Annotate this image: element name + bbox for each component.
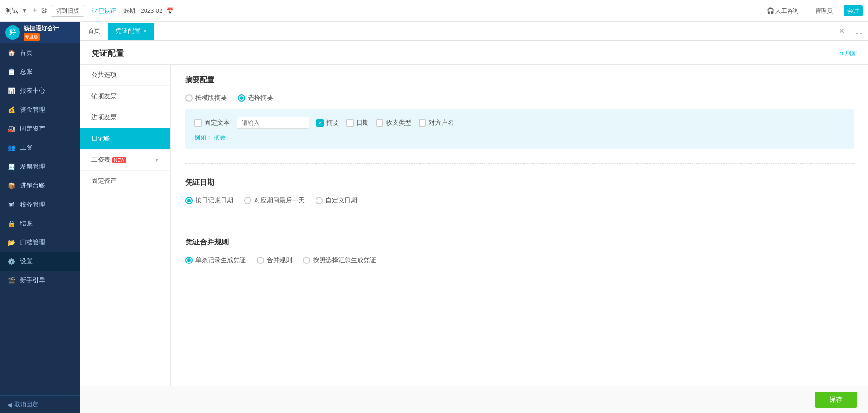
sidebar-item-guide[interactable]: 🎬 新手引导 [0, 271, 80, 290]
radio-select[interactable]: 选择摘要 [238, 94, 273, 102]
sidebar-item-purchase-sale[interactable]: 📦 进销台账 [0, 176, 80, 195]
close-period-icon: 🔒 [7, 220, 15, 228]
checkbox-fixed-text[interactable]: 固定文本 [194, 119, 230, 127]
voucher-date-section: 凭证日期 按日记账日期 对应期间最后一天 自定义日期 [185, 178, 854, 223]
ledger-icon: 📋 [7, 68, 15, 76]
topbar-add-icon[interactable]: + [33, 6, 38, 15]
content-area: 首页 凭证配置 × ✕ ⛶ 凭证配置 ↻ 刷新 公共选项 [80, 22, 868, 413]
home-icon: 🏠 [7, 49, 15, 57]
purchase-sale-icon: 📦 [7, 182, 15, 190]
radio-summary-generate[interactable]: 按照选择汇总生成凭证 [303, 256, 376, 264]
journal-date-circle [185, 197, 193, 204]
sidebar-item-reports[interactable]: 📊 报表中心 [0, 81, 80, 100]
checkbox-summary[interactable]: 摘要 [316, 119, 339, 127]
logo-badge: 专业版 [24, 33, 40, 41]
accountant-label[interactable]: 会计 [844, 5, 863, 16]
save-button[interactable]: 保存 [815, 392, 857, 408]
tab-home[interactable]: 首页 [80, 23, 108, 40]
sidebar-item-fixed-assets[interactable]: 🏭 固定资产 [0, 119, 80, 138]
summary-config-section: 摘要配置 按模版摘要 选择摘要 [185, 75, 854, 164]
radio-select-circle [238, 94, 245, 102]
consult-button[interactable]: 🎧 人工咨询 [767, 7, 799, 15]
reports-icon: 📊 [7, 87, 15, 95]
nav-item-purchase[interactable]: 进项发票 [80, 107, 170, 128]
sidebar-collapse-button[interactable]: ◀ 取消固定 [0, 395, 80, 413]
nav-item-public[interactable]: 公共选项 [80, 65, 170, 86]
example-text: 例如： 摘要 [194, 133, 844, 141]
invoice-icon: 🧾 [7, 163, 15, 171]
inner-layout: 公共选项 销项发票 进项发票 日记账 工资表 NEW ▼ 固定资产 [80, 65, 868, 386]
radio-template[interactable]: 按模版摘要 [185, 94, 227, 102]
summary-radio-group: 按模版摘要 选择摘要 [185, 94, 854, 102]
tabs-close-button[interactable]: ✕ [833, 23, 850, 39]
fixed-text-checkbox [194, 119, 202, 127]
radio-last-day[interactable]: 对应期间最后一天 [244, 197, 305, 205]
sidebar-item-funds[interactable]: 💰 资金管理 [0, 100, 80, 119]
sidebar-item-archive[interactable]: 📂 归档管理 [0, 233, 80, 252]
fixed-text-input[interactable] [237, 117, 309, 129]
period-value: 2023-02 [141, 7, 162, 14]
nav-arrow-icon: ▼ [154, 157, 160, 163]
voucher-date-title: 凭证日期 [185, 178, 854, 188]
shield-icon: 🛡 [91, 7, 97, 14]
refresh-button[interactable]: ↻ 刷新 [839, 49, 857, 57]
sidebar-item-ledger[interactable]: 📋 总账 [0, 62, 80, 81]
summary-generate-circle [303, 257, 310, 264]
nav-item-journal[interactable]: 日记账 [80, 128, 170, 150]
sidebar-item-settings[interactable]: ⚙️ 设置 [0, 252, 80, 271]
radio-journal-date[interactable]: 按日记账日期 [185, 197, 233, 205]
payment-type-checkbox [376, 119, 383, 127]
sidebar: 好 畅捷通好会计 专业版 🏠 首页 📋 总账 📊 报表中心 💰 资金管理 [0, 22, 80, 413]
topbar-settings-icon[interactable]: ⚙ [41, 6, 47, 15]
guide-icon: 🎬 [7, 277, 15, 285]
certified-badge: 🛡 已认证 [91, 7, 116, 15]
tab-close-icon[interactable]: × [143, 28, 146, 34]
radio-merge-rules[interactable]: 合并规则 [257, 256, 292, 264]
custom-date-circle [316, 197, 323, 204]
right-content: 摘要配置 按模版摘要 选择摘要 [171, 65, 868, 386]
summary-checkbox [316, 119, 324, 127]
radio-template-circle [185, 94, 193, 102]
period-label: 账期 [123, 7, 135, 15]
topbar-dropdown-icon[interactable]: ▼ [22, 8, 27, 14]
radio-custom-date[interactable]: 自定义日期 [316, 197, 357, 205]
checkbox-date[interactable]: 日期 [346, 119, 369, 127]
tabs-bar: 首页 凭证配置 × ✕ ⛶ [80, 22, 868, 41]
summary-options-row: 固定文本 摘要 日期 [194, 117, 844, 129]
radio-single-record[interactable]: 单条记录生成凭证 [185, 256, 246, 264]
new-badge: NEW [112, 157, 126, 163]
tab-voucher-config[interactable]: 凭证配置 × [108, 23, 154, 40]
tabs-expand-button[interactable]: ⛶ [850, 23, 868, 39]
page-title: 凭证配置 [91, 48, 124, 59]
sidebar-item-close[interactable]: 🔒 结账 [0, 214, 80, 233]
nav-item-sales[interactable]: 销项发票 [80, 86, 170, 107]
manager-label: 管理员 [815, 7, 833, 15]
sidebar-nav: 🏠 首页 📋 总账 📊 报表中心 💰 资金管理 🏭 固定资产 👥 工资 [0, 43, 80, 395]
settings-icon: ⚙️ [7, 258, 15, 266]
single-record-circle [185, 257, 193, 264]
refresh-icon: ↻ [839, 50, 844, 57]
checkbox-counterparty[interactable]: 对方户名 [419, 119, 454, 127]
sidebar-item-payroll[interactable]: 👥 工资 [0, 138, 80, 157]
fixed-assets-icon: 🏭 [7, 125, 15, 133]
calendar-icon[interactable]: 📅 [166, 7, 174, 14]
archive-icon: 📂 [7, 239, 15, 247]
merge-rules-section: 凭证合并规则 单条记录生成凭证 合并规则 按照选择汇总生成凭证 [185, 238, 854, 282]
sidebar-item-home[interactable]: 🏠 首页 [0, 43, 80, 62]
tax-icon: 🏛 [7, 201, 15, 209]
voucher-date-radio-group: 按日记账日期 对应期间最后一天 自定义日期 [185, 197, 854, 205]
merge-rules-circle [257, 257, 264, 264]
checkbox-payment-type[interactable]: 收支类型 [376, 119, 411, 127]
nav-item-salary-table[interactable]: 工资表 NEW ▼ [80, 150, 170, 171]
switch-version-button[interactable]: 切到旧版 [51, 5, 84, 17]
summary-config-box: 固定文本 摘要 日期 [185, 109, 854, 149]
date-checkbox [346, 119, 354, 127]
sidebar-item-invoice[interactable]: 🧾 发票管理 [0, 157, 80, 176]
nav-item-fixed-assets-config[interactable]: 固定资产 [80, 171, 170, 192]
merge-rules-radio-group: 单条记录生成凭证 合并规则 按照选择汇总生成凭证 [185, 256, 854, 264]
collapse-icon: ◀ [7, 401, 12, 408]
counterparty-checkbox [419, 119, 426, 127]
merge-rules-title: 凭证合并规则 [185, 238, 854, 247]
sidebar-item-tax[interactable]: 🏛 税务管理 [0, 195, 80, 214]
funds-icon: 💰 [7, 106, 15, 114]
